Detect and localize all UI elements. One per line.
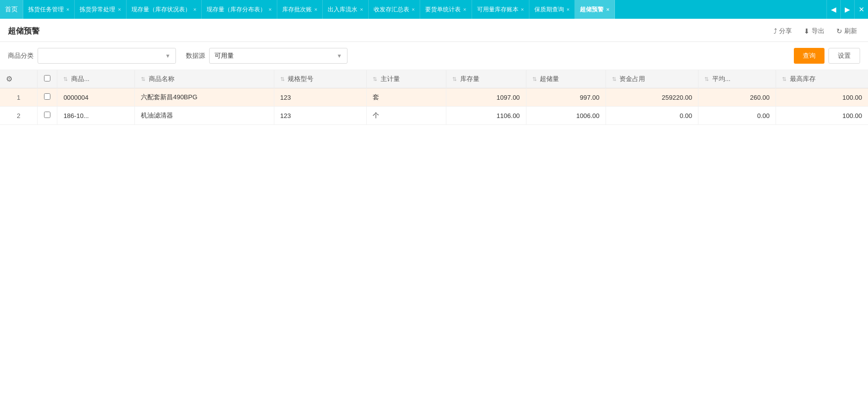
category-select[interactable]: ▼ (38, 48, 176, 64)
row-spec-1: 123 (274, 107, 366, 125)
nav-tab-close-2[interactable]: × (193, 6, 196, 12)
nav-tab-3[interactable]: 现存量（库存分布表） × (202, 0, 277, 19)
sort-icon-unit: ⇅ (373, 76, 377, 82)
datasource-chevron-icon: ▼ (337, 53, 342, 59)
datasource-select-value: 可用量 (215, 51, 234, 60)
nav-tab-5[interactable]: 出入库流水 × (323, 0, 368, 19)
nav-tab-close-7[interactable]: × (463, 6, 466, 12)
row-checkbox-0[interactable] (44, 93, 50, 100)
page-title: 超储预警 (8, 26, 40, 37)
row-product-code-1: 186-10... (57, 107, 135, 125)
row-product-name-1: 机油滤清器 (135, 107, 274, 125)
sort-icon-overstock: ⇅ (532, 76, 537, 82)
th-gear: ⚙ (0, 70, 38, 88)
row-avg-1: 0.00 (698, 107, 776, 125)
row-avg-0: 260.00 (698, 88, 776, 107)
nav-tab-10[interactable]: 超储预警 × (575, 0, 614, 19)
nav-arrow-left[interactable]: ◀ (826, 0, 840, 19)
nav-arrow-right[interactable]: ▶ (840, 0, 854, 19)
nav-tab-1[interactable]: 拣货异常处理 × (75, 0, 126, 19)
row-checkbox-1[interactable] (44, 112, 50, 118)
sort-icon-product-name: ⇅ (141, 76, 145, 82)
th-overstock-label: 超储量 (540, 75, 559, 82)
th-avg[interactable]: ⇅ 平均... (698, 70, 776, 88)
th-stock-label: 库存量 (460, 75, 479, 82)
sort-icon-product-code: ⇅ (63, 76, 68, 82)
column-settings-icon[interactable]: ⚙ (6, 75, 12, 83)
nav-tab-label-6: 收发存汇总表 (374, 5, 409, 14)
table-head: ⚙ ⇅ 商品... ⇅ 商品名称 ⇅ 规格型号 (0, 70, 868, 88)
nav-tab-close-0[interactable]: × (66, 6, 69, 12)
filter-actions: 查询 设置 (794, 48, 860, 64)
th-product-code-label: 商品... (71, 75, 89, 82)
nav-tab-9[interactable]: 保质期查询 × (529, 0, 575, 19)
export-icon: ⬇ (804, 27, 810, 35)
nav-tab-close-1[interactable]: × (118, 6, 121, 12)
row-capital-0: 259220.00 (606, 88, 698, 107)
row-overstock-0: 997.00 (526, 88, 606, 107)
page-header: 超储预警 ⤴ 分享 ⬇ 导出 ↻ 刷新 (0, 19, 868, 42)
th-spec[interactable]: ⇅ 规格型号 (274, 70, 366, 88)
th-stock[interactable]: ⇅ 库存量 (446, 70, 526, 88)
nav-tab-close-8[interactable]: × (521, 6, 524, 12)
th-capital-label: 资金占用 (619, 75, 645, 82)
row-stock-1: 1106.00 (446, 107, 526, 125)
sort-icon-stock: ⇅ (452, 76, 457, 82)
th-capital[interactable]: ⇅ 资金占用 (606, 70, 698, 88)
refresh-icon: ↻ (836, 27, 842, 35)
th-overstock[interactable]: ⇅ 超储量 (526, 70, 606, 88)
nav-tab-label-9: 保质期查询 (534, 5, 564, 14)
nav-tab-close-6[interactable]: × (412, 6, 415, 12)
refresh-label: 刷新 (844, 27, 857, 36)
export-button[interactable]: ⬇ 导出 (801, 25, 827, 38)
nav-tab-close-5[interactable]: × (360, 6, 363, 12)
nav-tab-close-9[interactable]: × (566, 6, 569, 12)
table-row: 2 186-10... 机油滤清器 123 个 1106.00 1006.00 … (0, 107, 868, 125)
page-actions: ⤴ 分享 ⬇ 导出 ↻ 刷新 (771, 25, 860, 38)
share-label: 分享 (779, 27, 792, 36)
nav-home[interactable]: 首页 (0, 0, 23, 19)
th-unit[interactable]: ⇅ 主计量 (367, 70, 446, 88)
datasource-select[interactable]: 可用量 ▼ (209, 48, 347, 64)
nav-arrows: ◀ ▶ ✕ (826, 0, 868, 19)
nav-tab-close-4[interactable]: × (314, 6, 317, 12)
th-product-name[interactable]: ⇅ 商品名称 (135, 70, 274, 88)
share-icon: ⤴ (774, 27, 777, 35)
refresh-button[interactable]: ↻ 刷新 (833, 25, 860, 38)
nav-tab-close-10[interactable]: × (606, 6, 609, 12)
select-all-checkbox[interactable] (44, 75, 50, 81)
row-overstock-1: 1006.00 (526, 107, 606, 125)
nav-tab-label-2: 现存量（库存状况表） (131, 5, 191, 14)
nav-tab-2[interactable]: 现存量（库存状况表） × (127, 0, 202, 19)
sort-icon-capital: ⇅ (612, 76, 616, 82)
nav-tab-close-3[interactable]: × (268, 6, 271, 12)
nav-tab-label-3: 现存量（库存分布表） (207, 5, 266, 14)
datasource-label: 数据源 (186, 51, 205, 60)
nav-tab-8[interactable]: 可用量库存账本 × (472, 0, 529, 19)
table-row: 1 0000004 六配套新昌490BPG 123 套 1097.00 997.… (0, 88, 868, 107)
row-unit-1: 个 (367, 107, 446, 125)
th-unit-label: 主计量 (381, 75, 400, 82)
nav-tab-0[interactable]: 拣货任务管理 × (23, 0, 75, 19)
row-product-code-0: 0000004 (57, 88, 135, 107)
nav-tab-label-5: 出入库流水 (328, 5, 357, 14)
query-button[interactable]: 查询 (794, 48, 825, 64)
nav-tab-7[interactable]: 要货单统计表 × (420, 0, 472, 19)
settings-button[interactable]: 设置 (828, 48, 860, 64)
nav-tab-4[interactable]: 库存批次账 × (277, 0, 323, 19)
row-capital-1: 0.00 (606, 107, 698, 125)
nav-arrow-close-all[interactable]: ✕ (854, 0, 868, 19)
nav-tab-label-7: 要货单统计表 (425, 5, 461, 14)
data-table: ⚙ ⇅ 商品... ⇅ 商品名称 ⇅ 规格型号 (0, 70, 868, 125)
nav-tab-6[interactable]: 收发存汇总表 × (369, 0, 420, 19)
filter-group-datasource: 数据源 可用量 ▼ (186, 48, 347, 64)
nav-tab-label-10: 超储预警 (580, 5, 604, 14)
share-button[interactable]: ⤴ 分享 (771, 25, 795, 38)
th-product-code[interactable]: ⇅ 商品... (57, 70, 135, 88)
row-checkbox-cell-0 (38, 88, 57, 107)
nav-tab-label-4: 库存批次账 (282, 5, 312, 14)
th-max-stock[interactable]: ⇅ 最高库存 (776, 70, 868, 88)
th-avg-label: 平均... (712, 75, 731, 82)
table-body: 1 0000004 六配套新昌490BPG 123 套 1097.00 997.… (0, 88, 868, 125)
row-max-stock-1: 100.00 (776, 107, 868, 125)
